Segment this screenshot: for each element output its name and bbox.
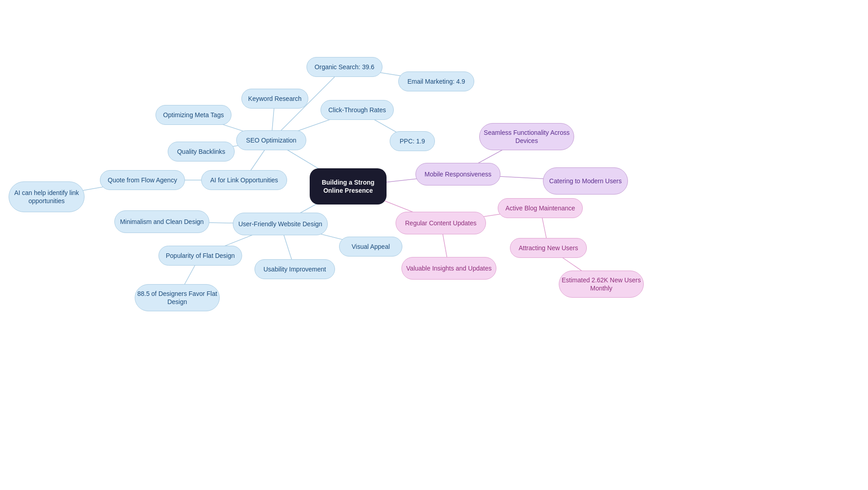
node-blog[interactable]: Active Blog Maintenance (498, 198, 583, 218)
mindmap-container: Building a Strong Online PresenceSEO Opt… (0, 0, 868, 490)
node-meta[interactable]: Optimizing Meta Tags (156, 105, 231, 125)
node-insights[interactable]: Valuable Insights and Updates (401, 257, 496, 280)
center-node[interactable]: Building a Strong Online Presence (310, 168, 387, 205)
node-flat-stat[interactable]: 88.5 of Designers Favor Flat Design (135, 284, 220, 311)
node-ppc[interactable]: PPC: 1.9 (390, 131, 435, 151)
node-keyword[interactable]: Keyword Research (241, 89, 308, 109)
node-mobile[interactable]: Mobile Responsiveness (415, 163, 500, 186)
node-usability[interactable]: Usability Improvement (255, 259, 335, 279)
node-ai-link[interactable]: AI for Link Opportunities (201, 170, 287, 190)
node-modern[interactable]: Catering to Modern Users (543, 167, 628, 195)
node-estimate[interactable]: Estimated 2.62K New Users Monthly (559, 271, 644, 298)
node-quote[interactable]: Quote from Flow Agency (100, 170, 185, 190)
node-flat[interactable]: Popularity of Flat Design (159, 246, 242, 266)
node-visual[interactable]: Visual Appeal (339, 237, 402, 257)
node-ai-help[interactable]: AI can help identify link opportunities (9, 181, 85, 212)
node-ctr[interactable]: Click-Through Rates (321, 100, 394, 120)
node-email[interactable]: Email Marketing: 4.9 (398, 71, 474, 91)
node-seo[interactable]: SEO Optimization (236, 130, 307, 150)
node-seamless[interactable]: Seamless Functionality Across Devices (479, 123, 574, 150)
node-organic[interactable]: Organic Search: 39.6 (307, 57, 382, 77)
node-design[interactable]: User-Friendly Website Design (233, 213, 328, 235)
node-content[interactable]: Regular Content Updates (396, 212, 486, 234)
node-backlinks[interactable]: Quality Backlinks (168, 142, 235, 162)
node-minimalism[interactable]: Minimalism and Clean Design (114, 210, 209, 233)
node-attract[interactable]: Attracting New Users (510, 238, 587, 258)
